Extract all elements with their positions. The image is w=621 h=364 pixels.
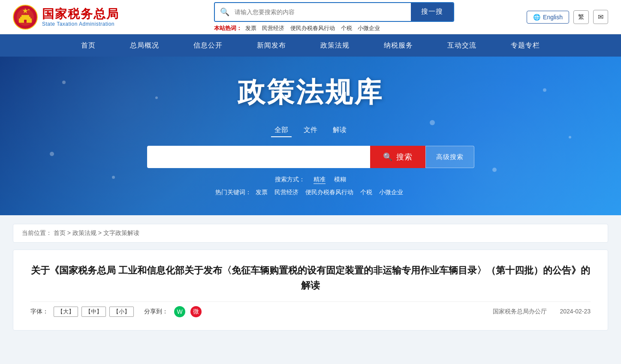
wechat-share-icon[interactable]: W xyxy=(174,306,185,317)
hero-advanced-search-button[interactable]: 高级搜索 xyxy=(425,146,474,168)
globe-icon: 🌐 xyxy=(533,14,540,21)
hero-section: 政策法规库 全部 文件 解读 🔍 搜索 高级搜索 搜索方式： 精准 模糊 热门关… xyxy=(0,57,621,215)
font-size-label: 字体： xyxy=(30,308,48,316)
hot-keyword-0[interactable]: 发票 xyxy=(245,25,256,31)
weibo-share-icon[interactable]: 微 xyxy=(190,306,202,317)
hero-tabs: 全部 文件 解读 xyxy=(0,124,621,137)
content-wrapper: 当前位置： 首页 > 政策法规 > 文字政策解读 关于《国家税务总局 工业和信息… xyxy=(0,215,621,339)
main-nav: 首页 总局概况 信息公开 新闻发布 政策法规 纳税服务 互动交流 专题专栏 xyxy=(0,34,621,57)
search-icon: 🔍 xyxy=(383,152,393,162)
hot-keyword-3[interactable]: 个税 xyxy=(341,25,352,31)
article-date: 2024-02-23 xyxy=(560,308,591,316)
hero-hot-keyword-1[interactable]: 民营经济 xyxy=(274,189,298,196)
hero-tab-all[interactable]: 全部 xyxy=(271,124,292,137)
hot-keyword-4[interactable]: 小微企业 xyxy=(358,25,380,31)
hero-search-mode: 搜索方式： 精准 模糊 xyxy=(0,176,621,184)
hero-search-button[interactable]: 🔍 搜索 xyxy=(370,146,425,168)
hero-hot-keyword-3[interactable]: 个税 xyxy=(360,189,372,196)
logo-area: 国家税务总局 State Taxation Administration xyxy=(13,5,142,30)
breadcrumb-sep-1: > xyxy=(67,229,72,236)
svg-rect-5 xyxy=(24,20,27,23)
font-large-button[interactable]: 【大】 xyxy=(54,307,78,317)
nav-item-special[interactable]: 专题专栏 xyxy=(494,34,557,57)
font-medium-button[interactable]: 【中】 xyxy=(81,307,106,317)
header-search-bar: 🔍 搜一搜 xyxy=(214,2,454,22)
mail-button[interactable]: ✉ xyxy=(593,10,608,24)
hero-hot-keyword-2[interactable]: 便民办税春风行动 xyxy=(305,189,353,196)
header-search-area: 🔍 搜一搜 本站热词： 发票 民营经济 便民办税春风行动 个税 小微企业 xyxy=(142,2,527,32)
nav-item-news[interactable]: 新闻发布 xyxy=(240,34,303,57)
hot-keyword-2[interactable]: 便民办税春风行动 xyxy=(290,25,335,31)
header-search-button[interactable]: 搜一搜 xyxy=(411,3,453,21)
breadcrumb-home[interactable]: 首页 xyxy=(54,229,66,236)
hero-hot-keyword-0[interactable]: 发票 xyxy=(256,189,268,196)
nav-item-interact[interactable]: 互动交流 xyxy=(430,34,494,57)
nav-item-policy[interactable]: 政策法规 xyxy=(303,34,367,57)
hero-search-label: 搜索 xyxy=(396,152,413,162)
hero-search-row: 🔍 搜索 高级搜索 xyxy=(0,146,621,168)
article-publisher: 国家税务总局办公厅 xyxy=(493,308,547,316)
article-meta: 字体： 【大】 【中】 【小】 分享到： W 微 国家税务总局办公厅 2024-… xyxy=(30,301,591,322)
nav-item-info[interactable]: 信息公开 xyxy=(176,34,240,57)
header-search-icon: 🔍 xyxy=(215,3,235,21)
logo-text: 国家税务总局 State Taxation Administration xyxy=(42,7,119,27)
article-meta-right: 国家税务总局办公厅 2024-02-23 xyxy=(493,308,591,316)
header-search-input[interactable] xyxy=(235,3,411,21)
nav-item-home[interactable]: 首页 xyxy=(64,34,113,57)
hot-keywords-label: 本站热词： xyxy=(214,25,242,31)
breadcrumb-bar: 当前位置： 首页 > 政策法规 > 文字政策解读 xyxy=(13,224,608,243)
hot-keyword-1[interactable]: 民营经济 xyxy=(262,25,284,31)
article-meta-left: 字体： 【大】 【中】 【小】 分享到： W 微 xyxy=(30,306,203,317)
hero-hot-keyword-4[interactable]: 小微企业 xyxy=(379,189,403,196)
share-label: 分享到： xyxy=(144,308,168,316)
hero-search-input[interactable] xyxy=(147,146,370,168)
hero-tab-read[interactable]: 解读 xyxy=(329,124,350,137)
breadcrumb-policy[interactable]: 政策法规 xyxy=(72,229,96,236)
breadcrumb-sep-2: > xyxy=(98,229,103,236)
article-title: 关于《国家税务总局 工业和信息化部关于发布〈免征车辆购置税的设有固定装置的非运输… xyxy=(30,263,591,293)
language-label: English xyxy=(543,14,563,21)
logo-english: State Taxation Administration xyxy=(42,21,119,27)
hero-tab-file[interactable]: 文件 xyxy=(300,124,321,137)
breadcrumb-label: 当前位置： xyxy=(22,229,52,236)
traditional-chinese-button[interactable]: 繁 xyxy=(573,10,589,24)
article-card: 关于《国家税务总局 工业和信息化部关于发布〈免征车辆购置税的设有固定装置的非运输… xyxy=(13,250,608,331)
search-mode-label: 搜索方式： xyxy=(275,176,305,183)
hero-title: 政策法规库 xyxy=(0,74,621,111)
national-emblem-icon xyxy=(13,5,38,30)
search-mode-precise[interactable]: 精准 xyxy=(314,176,326,184)
nav-item-service[interactable]: 纳税服务 xyxy=(367,34,430,57)
hero-hot-keywords: 热门关键词： 发票 民营经济 便民办税春风行动 个税 小微企业 xyxy=(0,189,621,196)
hero-hot-label: 热门关键词： xyxy=(215,189,251,196)
nav-item-overview[interactable]: 总局概况 xyxy=(113,34,176,57)
site-header: 国家税务总局 State Taxation Administration 🔍 搜… xyxy=(0,0,621,34)
breadcrumb-current: 文字政策解读 xyxy=(103,229,139,236)
logo-chinese: 国家税务总局 xyxy=(42,7,119,21)
header-right: 🌐 English 繁 ✉ xyxy=(527,10,608,24)
svg-rect-4 xyxy=(21,15,29,18)
font-small-button[interactable]: 【小】 xyxy=(109,307,134,317)
language-button[interactable]: 🌐 English xyxy=(527,11,569,24)
header-hot-keywords: 本站热词： 发票 民营经济 便民办税春风行动 个税 小微企业 xyxy=(214,24,454,32)
search-mode-fuzzy[interactable]: 模糊 xyxy=(334,176,346,183)
